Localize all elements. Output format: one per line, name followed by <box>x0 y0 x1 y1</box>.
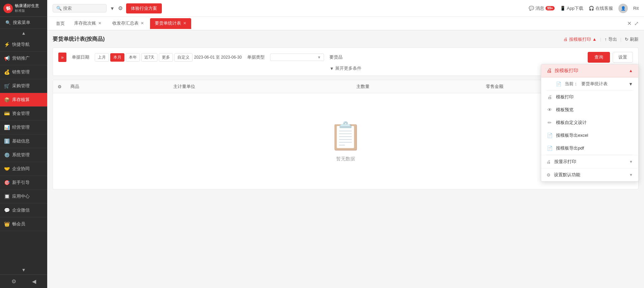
default-func-expandable[interactable]: ⚙ 设置默认功能 ▼ <box>541 168 638 181</box>
order-type-select[interactable]: ▼ <box>270 54 324 61</box>
purchase-icon: 🛒 <box>3 83 10 89</box>
refresh-btn[interactable]: ↻ 刷新 <box>625 36 639 42</box>
sidebar-item-operations[interactable]: 📊 经营管理 <box>0 121 47 134</box>
topbar-messages[interactable]: 💬 消息 99+ <box>529 5 555 11</box>
main-area: 🔍 ▼ ⚙ 体验行业方案 💬 消息 99+ 📱 App下载 🎧 在线客服 👤 R… <box>47 0 644 288</box>
trial-button[interactable]: 体验行业方案 <box>126 3 162 13</box>
sidebar-settings-btn[interactable]: ⚙ <box>11 278 16 285</box>
sidebar-item-guide[interactable]: 🎯 新手引导 <box>0 176 47 190</box>
item-label: 模板自定义设计 <box>556 120 633 126</box>
topbar-search-input[interactable] <box>63 6 103 11</box>
message-icon: 💬 <box>529 6 534 11</box>
tab-receipts-summary[interactable]: 收发存汇总表 ✕ <box>108 18 149 29</box>
sidebar-collapse-btn[interactable]: ◀ <box>32 278 36 285</box>
messages-badge: 99+ <box>546 6 555 10</box>
tabbar: 首页 库存批次账 ✕ 收发存汇总表 ✕ 要货单统计表 ✕ ✕ ⤢ <box>47 17 644 30</box>
sidebar-item-purchase[interactable]: 🛒 采购管理 <box>0 79 47 93</box>
custom-design-item[interactable]: ✏ 模板自定义设计 <box>541 116 638 129</box>
settings-btn[interactable]: 设置 <box>613 52 633 63</box>
sidebar-item-system[interactable]: ⚙️ 系统管理 <box>0 148 47 162</box>
sidebar-item-label: 库存核算 <box>12 97 30 103</box>
sidebar-item-sales[interactable]: 💰 销售管理 <box>0 65 47 79</box>
sidebar-search-label: 搜索菜单 <box>13 20 30 26</box>
filter-expand-btn[interactable]: » <box>58 53 66 62</box>
topbar-app-download[interactable]: 📱 App下载 <box>560 5 583 11</box>
tab-close-btn[interactable]: ✕ <box>98 21 101 26</box>
query-btn[interactable]: 查询 <box>588 52 610 63</box>
operations-icon: 📊 <box>3 124 10 131</box>
item-label: 模板预览 <box>556 107 633 113</box>
settings-icon[interactable]: ⚙ <box>58 84 62 89</box>
sidebar-item-inventory[interactable]: 📦 库存核算 <box>0 93 47 107</box>
sidebar-item-enterprise[interactable]: 🤝 企业协同 <box>0 162 47 176</box>
preview-template-item[interactable]: 👁 模板预览 <box>541 103 638 116</box>
page-content: 要货单统计表(按商品) 🖨 按模板打印 ▲ | ↑ 导出 | ↻ 刷新 <box>47 30 644 288</box>
expand-more-btn[interactable]: ▼ 展开更多条件 <box>330 65 362 71</box>
topbar-search-box[interactable]: 🔍 <box>53 4 107 12</box>
display-print-label: 按显示打印 <box>554 159 576 165</box>
export-btn[interactable]: ↑ 导出 <box>605 36 617 42</box>
sidebar-search[interactable]: 🔍 搜索菜单 <box>0 17 47 29</box>
print-icon: 🖨 <box>563 37 568 42</box>
tab-close-btn[interactable]: ✕ <box>141 21 144 26</box>
action-divider: | <box>600 37 601 42</box>
sidebar-item-label: 采购管理 <box>12 83 30 89</box>
sidebar-item-marketing[interactable]: 📢 营销推广 <box>0 52 47 65</box>
topbar-gear-btn[interactable]: ⚙ <box>118 5 123 11</box>
dropdown-header-left: 🖨 按模板打印 <box>547 68 578 74</box>
topbar-dropdown-btn[interactable]: ▼ <box>110 6 115 11</box>
current-template-item[interactable]: 📄 当前： 要货单统计表 ▼ <box>541 77 638 90</box>
tab-order-stats[interactable]: 要货单统计表 ✕ <box>150 18 191 29</box>
tab-inventory-batch[interactable]: 库存批次账 ✕ <box>69 18 106 29</box>
user-avatar[interactable]: 👤 <box>618 4 628 13</box>
messages-label: 消息 <box>535 5 544 11</box>
sidebar-item-basics[interactable]: ℹ️ 基础信息 <box>0 134 47 148</box>
export-excel-item[interactable]: 📄 按模板导出excel <box>541 129 638 142</box>
chevron-down-icon: ▼ <box>317 55 321 59</box>
period-custom[interactable]: 自定义 <box>174 53 193 62</box>
logo-text: 畅康通好生意 <box>15 3 39 9</box>
sidebar-item-shortcut[interactable]: ⚡ 快捷导航 <box>0 38 47 52</box>
logo-icon: 畅 <box>3 4 13 13</box>
period-current-month[interactable]: 本月 <box>110 53 124 62</box>
export-icon: ↑ <box>605 37 607 42</box>
sidebar-item-label: 新手引导 <box>12 180 30 186</box>
chevron-up-icon: ▲ <box>592 37 597 42</box>
tab-close-btn[interactable]: ✕ <box>183 21 186 26</box>
tab-home[interactable]: 首页 <box>53 19 68 29</box>
th-unit: 主计量单位 <box>169 80 352 93</box>
print-icon: 🖨 <box>547 68 552 74</box>
sidebar-logo: 畅 畅康通好生意 标准版 <box>0 0 47 17</box>
dropdown-header[interactable]: 🖨 按模板打印 ▲ <box>541 64 638 77</box>
sidebar: 畅 畅康通好生意 标准版 🔍 搜索菜单 ▲ ⚡ 快捷导航 📢 营销推广 💰 销售… <box>0 0 47 288</box>
tab-maximize-btn[interactable]: ⤢ <box>634 20 639 27</box>
period-more[interactable]: 更多 <box>159 53 173 62</box>
preview-icon: 👁 <box>547 107 553 113</box>
pdf-icon: 📄 <box>547 146 553 151</box>
display-print-expandable[interactable]: 🖨 按显示打印 ▼ <box>541 155 638 168</box>
print-template-item[interactable]: 🖨 模板打印 <box>541 91 638 103</box>
sidebar-item-label: 销售管理 <box>12 69 30 75</box>
topbar-online-service[interactable]: 🎧 在线客服 <box>589 5 613 11</box>
sidebar-item-apps[interactable]: 🔲 应用中心 <box>0 190 47 203</box>
expand-label: 展开更多条件 <box>335 65 361 71</box>
print-icon: 🖨 <box>547 94 553 100</box>
period-prev-month[interactable]: 上月 <box>95 53 109 62</box>
export-pdf-item[interactable]: 📄 按模板导出pdf <box>541 142 638 155</box>
sidebar-item-finance[interactable]: 💳 资金管理 <box>0 107 47 121</box>
th-goods: 商品 <box>66 80 169 93</box>
sidebar-item-label: 应用中心 <box>12 193 30 199</box>
tab-close-window-btn[interactable]: ✕ <box>627 20 632 27</box>
period-current-year[interactable]: 本年 <box>126 53 140 62</box>
item-label: 模板打印 <box>556 94 633 100</box>
tab-label: 库存批次账 <box>74 20 96 26</box>
period-7days[interactable]: 近7天 <box>141 53 158 62</box>
finance-icon: 💳 <box>3 110 10 117</box>
sidebar-scroll-down[interactable]: ▼ <box>20 266 27 274</box>
sidebar-item-wechat[interactable]: 💬 企业微信 <box>0 203 47 217</box>
sidebar-scroll-up[interactable]: ▲ <box>20 29 27 37</box>
sidebar-item-member[interactable]: 👑 畅会员 <box>0 217 47 231</box>
file-icon: 📄 <box>556 82 561 87</box>
print-template-btn[interactable]: 🖨 按模板打印 ▲ <box>563 36 597 42</box>
date-range-text: 2023-06-01 至 2023-06-30 <box>194 55 241 60</box>
